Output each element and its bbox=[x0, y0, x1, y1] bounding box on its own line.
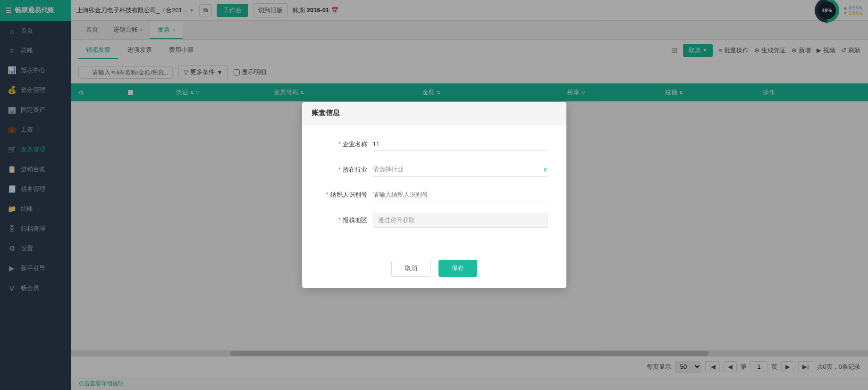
modal-body: * 企业名称 * 所在行业 请选择行业 ∨ * bbox=[302, 124, 566, 252]
modal-overlay: 账套信息 * 企业名称 * 所在行业 请选择行业 ∨ bbox=[0, 0, 868, 390]
tax-region-disabled: 通过税号获取 bbox=[373, 213, 548, 228]
company-name-input[interactable] bbox=[373, 138, 548, 151]
industry-label: * 所在行业 bbox=[321, 166, 373, 174]
form-row-tax-region: * 报税地区 通过税号获取 bbox=[321, 213, 548, 228]
tax-id-input[interactable] bbox=[373, 188, 548, 201]
modal-title: 账套信息 bbox=[302, 102, 566, 124]
tax-region-label: * 报税地区 bbox=[321, 216, 373, 224]
form-row-tax-id: * 纳税人识别号 bbox=[321, 188, 548, 201]
company-name-label: * 企业名称 bbox=[321, 140, 373, 149]
account-info-modal: 账套信息 * 企业名称 * 所在行业 请选择行业 ∨ bbox=[302, 102, 566, 288]
industry-chevron-icon: ∨ bbox=[543, 166, 548, 173]
tax-id-label: * 纳税人识别号 bbox=[321, 191, 373, 199]
form-row-company: * 企业名称 bbox=[321, 138, 548, 151]
save-button[interactable]: 保存 bbox=[438, 260, 477, 277]
industry-select[interactable]: 请选择行业 ∨ bbox=[373, 162, 548, 177]
cancel-button[interactable]: 取消 bbox=[391, 260, 431, 277]
modal-footer: 取消 保存 bbox=[302, 252, 566, 288]
form-row-industry: * 所在行业 请选择行业 ∨ bbox=[321, 162, 548, 177]
